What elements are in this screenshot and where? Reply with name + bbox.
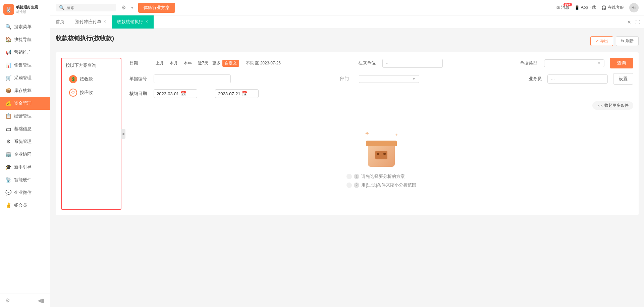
sidebar-item-label: 新手引导 (14, 164, 32, 170)
message-button[interactable]: ✉ 消息 99+ (556, 5, 569, 10)
writeoff-date-start-wrap[interactable]: 2023-03-01 📅 (154, 89, 197, 98)
sidebar-item-system[interactable]: ⚙ 系统管理 (0, 135, 50, 148)
sidebar-item-label: 畅会员 (14, 202, 27, 208)
sidebar-item-marketing[interactable]: 📢 营销推广 (0, 46, 50, 59)
date-btn-7days[interactable]: 近7天 (196, 60, 210, 67)
filter-panel: 按以下方案查询 💲 按收款 ⏱ 按应收 ◀ (61, 58, 121, 210)
search-icon: 🔍 (59, 5, 64, 10)
chevron-down-icon[interactable]: ▼ (130, 5, 134, 10)
app-download-button[interactable]: 📱 App下载 (575, 5, 596, 10)
sidebar-item-funds[interactable]: 💰 资金管理 (0, 97, 50, 110)
salesperson-label: 业务员 (529, 76, 542, 82)
date-btn-last-month[interactable]: 上月 (154, 60, 166, 67)
tab-prepay-close[interactable]: ✕ (103, 19, 106, 24)
page-header-actions: ↗ 导出 ↻ 刷新 (590, 36, 639, 46)
collapse-filter-icon[interactable]: ◀ (121, 129, 125, 139)
collapse-sidebar-icon[interactable]: ◀▮ (38, 297, 45, 304)
sidebar-item-basic-info[interactable]: 🗃 基础信息 (0, 122, 50, 135)
doc-type-select[interactable]: ▼ (544, 59, 604, 67)
sales-icon: 📊 (5, 62, 11, 68)
sidebar-item-sales[interactable]: 📊 销售管理 (0, 59, 50, 71)
empty-hint-2: 2 用[过滤]条件来缩小分析范围 (346, 181, 416, 190)
sidebar-nav: 🔍 搜索菜单 🏠 快捷导航 📢 营销推广 📊 销售管理 🛒 采购管理 📦 库存核… (0, 19, 50, 294)
writeoff-date-label: 核销日期 (129, 91, 148, 97)
query-form: 日期 上月 本月 本年 近7天 更多 自定义 不限 至 (129, 58, 633, 98)
dept-arrow-icon: ▼ (412, 77, 416, 81)
filter-option-by-receipt[interactable]: 💲 按收款 (66, 72, 117, 86)
tab-spacer (154, 15, 623, 29)
tab-home[interactable]: 首页 (50, 15, 70, 29)
sidebar-item-label: 资金管理 (14, 100, 32, 106)
calendar-start-icon[interactable]: 📅 (180, 91, 186, 96)
writeoff-date-end: 2023-07-21 (218, 91, 240, 96)
doc-type-arrow-icon: ▼ (597, 61, 601, 65)
gear-icon[interactable]: ⚙ (121, 4, 126, 11)
tab-receipt-offset[interactable]: 收款核销执行 ✕ (112, 15, 154, 29)
sidebar-item-search-menu[interactable]: 🔍 搜索菜单 (0, 20, 50, 33)
setting-button[interactable]: 设置 (613, 73, 633, 85)
app-download-label: App下载 (581, 5, 596, 10)
home-icon: 🏠 (5, 37, 11, 43)
logo-icon: 🐰 (3, 4, 14, 15)
doc-no-input[interactable] (154, 74, 231, 83)
dept-select[interactable]: ▼ (359, 75, 419, 83)
sidebar-item-label: 企业协同 (14, 151, 32, 157)
sidebar-item-quick-nav[interactable]: 🏠 快捷导航 (0, 33, 50, 46)
industry-solution-button[interactable]: 体验行业方案 (138, 3, 175, 13)
calendar-end-icon[interactable]: 📅 (242, 91, 248, 96)
expand-icon[interactable]: ⛶ (634, 18, 641, 26)
counterpart-label: 往来单位 (358, 60, 377, 66)
system-icon: ⚙ (5, 139, 11, 145)
user-avatar[interactable]: Rit (629, 3, 639, 12)
basic-info-icon: 🗃 (5, 126, 11, 132)
search-input[interactable] (66, 5, 110, 10)
sidebar-item-label: 经营管理 (14, 113, 32, 119)
filter-panel-title: 按以下方案查询 (66, 62, 117, 68)
sidebar-item-wechat[interactable]: 💬 企业微信 (0, 186, 50, 199)
writeoff-date-end-wrap[interactable]: 2023-07-21 📅 (215, 89, 259, 98)
collapse-more-button[interactable]: ∧∧ 收起更多条件 (592, 101, 633, 110)
salesperson-select[interactable]: ··· (547, 74, 608, 84)
online-service-button[interactable]: 🎧 在线客服 (601, 5, 624, 10)
close-tab-icon[interactable]: ✕ (626, 18, 633, 26)
counterpart-dots: ··· (386, 61, 390, 66)
settings-icon[interactable]: ⚙ (5, 297, 10, 304)
date-custom-badge[interactable]: 自定义 (222, 60, 239, 67)
sidebar-item-enterprise[interactable]: 🏢 企业协同 (0, 148, 50, 161)
tab-receipt-close[interactable]: ✕ (145, 19, 148, 24)
empty-box-face (375, 151, 387, 159)
logo-sub: 标准版 (16, 10, 38, 14)
sidebar-item-smart-hw[interactable]: 📡 智能硬件 (0, 173, 50, 186)
sidebar-item-label: 快捷导航 (14, 37, 32, 43)
sidebar-item-label: 搜索菜单 (14, 24, 32, 30)
sidebar-item-label: 基础信息 (14, 126, 32, 132)
sparkle2-icon: ✦ (395, 133, 398, 137)
search-box[interactable]: 🔍 (56, 4, 116, 11)
date-btn-more[interactable]: 更多 (212, 60, 220, 66)
tab-prepay-offset[interactable]: 预付冲应付单 ✕ (70, 15, 112, 29)
empty-box-lid (366, 141, 397, 146)
right-eye (383, 153, 386, 155)
filter-option-by-receivable[interactable]: ⏱ 按应收 (66, 86, 117, 99)
form-row-writeoff-date: 核销日期 2023-03-01 📅 — 2023-07-21 📅 (129, 89, 633, 98)
sidebar-item-guide[interactable]: 🎓 新手引导 (0, 161, 50, 173)
sidebar-item-inventory[interactable]: 📦 库存核算 (0, 84, 50, 97)
export-button[interactable]: ↗ 导出 (590, 36, 613, 46)
left-eye (377, 153, 379, 155)
date-display: 不限 至 2023-07-26 (246, 60, 281, 66)
date-btn-this-month[interactable]: 本月 (168, 60, 180, 67)
sidebar-item-purchase[interactable]: 🛒 采购管理 (0, 71, 50, 84)
sidebar-item-operation[interactable]: 📋 经营管理 (0, 110, 50, 122)
query-button[interactable]: 查询 (610, 58, 633, 68)
message-icon: ✉ (556, 5, 560, 10)
refresh-button[interactable]: ↻ 刷新 (616, 36, 639, 46)
sidebar-item-member[interactable]: ✌ 畅会员 (0, 199, 50, 212)
logo-text-block: 畅捷通好生意 标准版 (16, 5, 38, 14)
enterprise-icon: 🏢 (5, 151, 11, 157)
empty-text-list: 1 请先选择要分析的方案 2 用[过滤]条件来缩小分析范围 (346, 172, 416, 190)
doc-no-label: 单据编号 (129, 76, 148, 82)
date-btn-this-year[interactable]: 本年 (182, 60, 194, 67)
counterpart-select[interactable]: ··· (382, 59, 443, 68)
member-icon: ✌ (5, 202, 11, 208)
by-receipt-icon: 💲 (69, 75, 77, 83)
